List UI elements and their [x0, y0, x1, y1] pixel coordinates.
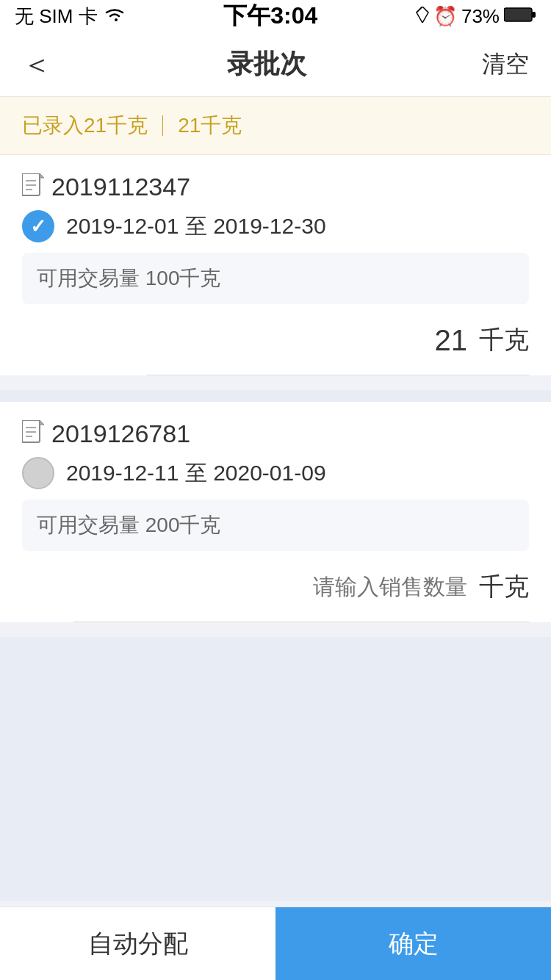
svg-line-0: [417, 7, 422, 12]
batch-date-row-1[interactable]: ✓ 2019-12-01 至 2019-12-30: [0, 207, 551, 248]
page-title: 录批次: [227, 46, 306, 82]
checkmark-1: ✓: [30, 215, 46, 238]
location-icon: [416, 5, 429, 28]
batch-date-1: 2019-12-01 至 2019-12-30: [66, 212, 326, 242]
status-bar: 无 SIM 卡 下午3:04 ⏰ 73%: [0, 0, 551, 32]
no-sim-text: 无 SIM 卡: [15, 4, 98, 29]
qty-unit-2: 千克: [479, 570, 529, 604]
summary-bar: 已录入21千克 21千克: [0, 97, 551, 155]
svg-rect-2: [532, 12, 536, 18]
total-amount: 21千克: [178, 112, 242, 140]
status-right: ⏰ 73%: [416, 5, 536, 28]
batch-card-2: 2019126781 2019-12-11 至 2020-01-09 可用交易量…: [0, 402, 551, 622]
battery-percent: 73%: [461, 5, 500, 28]
underline-1: [147, 375, 529, 375]
section-divider: [0, 390, 551, 402]
svg-rect-1: [504, 8, 532, 21]
input-row-2[interactable]: 千克: [0, 563, 551, 621]
batch-available-1: 可用交易量 100千克: [22, 253, 529, 304]
batch-card-1: 2019112347 ✓ 2019-12-01 至 2019-12-30 可用交…: [0, 155, 551, 375]
bottom-area: [0, 637, 551, 901]
batch-date-row-2[interactable]: 2019-12-11 至 2020-01-09: [0, 454, 551, 495]
radio-2[interactable]: [22, 457, 54, 489]
auto-distribute-button[interactable]: 自动分配: [0, 907, 276, 980]
input-row-1: 21 千克: [0, 316, 551, 375]
battery-icon: [504, 5, 536, 28]
batch-id-1: 2019112347: [51, 173, 190, 201]
doc-icon-1: [22, 173, 44, 201]
qty-value-1: 21: [435, 324, 468, 357]
bottom-bar: 自动分配 确定: [0, 907, 551, 980]
status-left: 无 SIM 卡: [15, 4, 126, 29]
underline-2: [73, 621, 529, 622]
batch-header-2: 2019126781: [0, 402, 551, 454]
batch-id-2: 2019126781: [51, 419, 190, 448]
batch-header-1: 2019112347: [0, 155, 551, 207]
back-button[interactable]: ＜: [22, 44, 51, 84]
batch-available-2: 可用交易量 200千克: [22, 500, 529, 551]
summary-divider: [162, 115, 163, 136]
alarm-icon: ⏰: [433, 5, 457, 28]
qty-input-2[interactable]: [188, 574, 467, 599]
batch-date-2: 2019-12-11 至 2020-01-09: [66, 458, 326, 489]
recorded-amount: 已录入21千克: [22, 112, 148, 140]
status-time: 下午3:04: [223, 0, 317, 32]
clear-button[interactable]: 清空: [482, 48, 529, 81]
qty-unit-1: 千克: [479, 323, 529, 357]
nav-bar: ＜ 录批次 清空: [0, 32, 551, 97]
radio-1[interactable]: ✓: [22, 210, 54, 242]
doc-icon-2: [22, 420, 44, 448]
wifi-icon: [104, 5, 126, 28]
confirm-button[interactable]: 确定: [276, 907, 551, 980]
